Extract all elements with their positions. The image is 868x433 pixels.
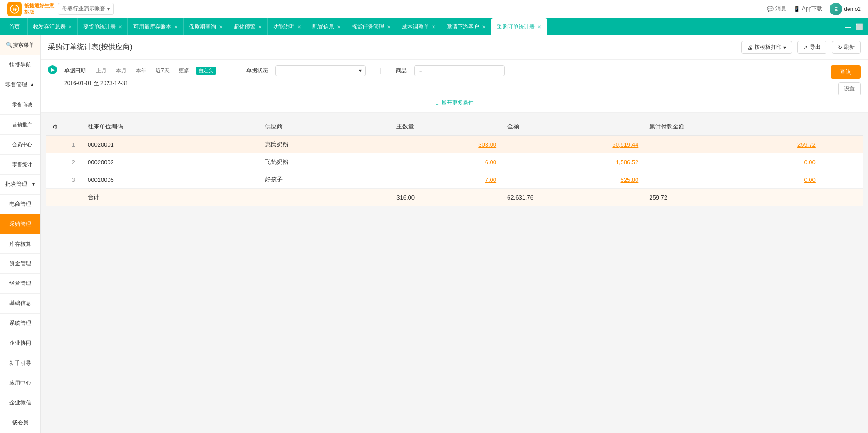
main-content: 采购订单统计表(按供应商) 🖨 按模板打印 ▾ ↗ 导出 ↻ 刷新 bbox=[41, 35, 868, 433]
tab-caigou[interactable]: 采购订单统计表 ✕ bbox=[491, 18, 547, 35]
date-btn-last-month[interactable]: 上月 bbox=[93, 66, 109, 76]
close-tab-chengben[interactable]: ✕ bbox=[432, 24, 435, 29]
close-tab-chaochuyujing[interactable]: ✕ bbox=[258, 24, 262, 29]
tab-gongneng[interactable]: 功能说明 ✕ bbox=[268, 18, 307, 35]
expand-more-button[interactable]: ⌄ 展开更多条件 bbox=[48, 99, 861, 107]
chevron-down-icon: ▾ bbox=[32, 181, 35, 187]
tab-baoquan[interactable]: 保质期查询 ✕ bbox=[184, 18, 228, 35]
sidebar-item-wholesale[interactable]: 批发管理 ▾ bbox=[0, 175, 40, 195]
sidebar-item-vip[interactable]: 畅会员 bbox=[0, 413, 40, 433]
sidebar-item-retailshop[interactable]: 零售商城 bbox=[0, 95, 40, 115]
filter-toggle-button[interactable]: ▶ bbox=[48, 65, 57, 74]
sidebar-enterprise-label: 企业协同 bbox=[9, 339, 31, 347]
row-amount-cell: 525.80 bbox=[502, 171, 644, 189]
tab-tuohuo[interactable]: 拣货任务管理 ✕ bbox=[346, 18, 396, 35]
sidebar-item-finance[interactable]: 资金管理 bbox=[0, 254, 40, 274]
close-tab-shofashou[interactable]: ✕ bbox=[68, 24, 72, 29]
row-extra-cell bbox=[821, 153, 863, 171]
sidebar-item-operation[interactable]: 经营管理 bbox=[0, 274, 40, 294]
row-extra-cell bbox=[821, 171, 863, 189]
date-btn-this-year[interactable]: 本年 bbox=[133, 66, 149, 76]
table-row: 2 00020002 飞鹤奶粉 6.00 1,586.52 0.00 bbox=[46, 153, 863, 171]
sidebar-item-appcenter[interactable]: 应用中心 bbox=[0, 373, 40, 393]
message-action[interactable]: 💬 消息 bbox=[767, 5, 786, 13]
username-label: demo2 bbox=[844, 6, 861, 12]
close-tab-tuohuo[interactable]: ✕ bbox=[387, 24, 391, 29]
app-download-label: App下载 bbox=[802, 5, 822, 13]
th-extra bbox=[821, 118, 863, 136]
footer-paid-cell: 259.72 bbox=[644, 189, 821, 206]
sidebar-item-newguide[interactable]: 新手引导 bbox=[0, 353, 40, 373]
logo-icon: 好 bbox=[7, 2, 22, 16]
sidebar-item-purchase[interactable]: 采购管理 bbox=[0, 214, 40, 234]
search-icon: 🔍 bbox=[6, 42, 13, 48]
footer-qty-cell: 316.00 bbox=[391, 189, 502, 206]
tab-keyongliang[interactable]: 可用量库存账本 ✕ bbox=[128, 18, 184, 35]
sidebar-item-inventory[interactable]: 库存核算 bbox=[0, 234, 40, 254]
date-btn-this-month[interactable]: 本月 bbox=[113, 66, 129, 76]
sidebar-item-member[interactable]: 会员中心 bbox=[0, 135, 40, 155]
tab-shofashou[interactable]: 收发存汇总表 ✕ bbox=[28, 18, 78, 35]
refresh-icon: ↻ bbox=[838, 44, 842, 51]
logo-text: 畅捷通好生意 标版 bbox=[24, 3, 54, 14]
close-tab-gongneng[interactable]: ✕ bbox=[297, 24, 301, 29]
sidebar-item-retailstat[interactable]: 零售统计 bbox=[0, 155, 40, 175]
print-button[interactable]: 🖨 按模板打印 ▾ bbox=[741, 41, 792, 54]
row-num-cell: 3 bbox=[64, 171, 82, 189]
app-download-action[interactable]: 📱 App下载 bbox=[793, 5, 822, 13]
filter-row-1: 单据日期 上月 本月 本年 近7天 更多 自定义 | 单据状态 bbox=[64, 65, 799, 76]
tab-yaoqing[interactable]: 邀请下游客户 ✕ bbox=[441, 18, 491, 35]
export-button[interactable]: ↗ 导出 bbox=[797, 41, 826, 54]
tab-yaohuo[interactable]: 要货单统计表 ✕ bbox=[78, 18, 128, 35]
row-code-cell: 00020002 bbox=[82, 153, 259, 171]
settings-button[interactable]: 设置 bbox=[838, 82, 861, 95]
close-tab-yaohuo[interactable]: ✕ bbox=[118, 24, 122, 29]
date-filter-label: 单据日期 bbox=[64, 67, 86, 75]
tab-home[interactable]: 首页 bbox=[2, 18, 28, 35]
message-icon: 💬 bbox=[767, 6, 774, 12]
th-paid: 累计付款金额 bbox=[644, 118, 821, 136]
sidebar-item-search[interactable]: 🔍 搜索菜单 bbox=[0, 35, 40, 55]
row-num-cell: 2 bbox=[64, 153, 82, 171]
date-custom-tag[interactable]: 自定义 bbox=[196, 67, 216, 75]
row-qty-cell: 303.00 bbox=[391, 136, 502, 153]
goods-input[interactable]: ... bbox=[414, 65, 505, 76]
logo-area: 好 畅捷通好生意 标版 bbox=[7, 2, 54, 16]
close-tab-caigou[interactable]: ✕ bbox=[538, 24, 541, 29]
footer-amount-cell: 62,631.76 bbox=[502, 189, 644, 206]
sidebar-item-ecom[interactable]: 电商管理 bbox=[0, 195, 40, 214]
close-tab-yaoqing[interactable]: ✕ bbox=[482, 24, 486, 29]
status-select[interactable]: ▾ bbox=[275, 65, 366, 76]
tab-peizhi[interactable]: 配置信息 ✕ bbox=[307, 18, 346, 35]
maximize-button[interactable]: ⬜ bbox=[855, 23, 863, 30]
sidebar-item-retail[interactable]: 零售管理 ▲ bbox=[0, 75, 40, 95]
th-supplier: 供应商 bbox=[259, 118, 392, 136]
refresh-button[interactable]: ↻ 刷新 bbox=[832, 41, 861, 54]
close-tab-baoquan[interactable]: ✕ bbox=[219, 24, 222, 29]
sidebar-wholesale-label: 批发管理 bbox=[5, 181, 27, 188]
minimize-button[interactable]: — bbox=[844, 23, 852, 30]
sidebar-item-quicknav[interactable]: 快捷导航 bbox=[0, 55, 40, 75]
sidebar-item-corpwx[interactable]: 企业微信 bbox=[0, 393, 40, 413]
close-tab-keyongliang[interactable]: ✕ bbox=[174, 24, 178, 29]
export-icon: ↗ bbox=[803, 44, 808, 51]
table-row: 1 00020001 惠氏奶粉 303.00 60,519.44 259.72 bbox=[46, 136, 863, 153]
sidebar-item-marketing[interactable]: 营销推广 bbox=[0, 115, 40, 135]
sidebar-item-basic[interactable]: 基础信息 bbox=[0, 294, 40, 314]
row-paid-cell: 259.72 bbox=[644, 136, 821, 153]
date-btn-7days[interactable]: 近7天 bbox=[153, 66, 172, 76]
page-header: 采购订单统计表(按供应商) 🖨 按模板打印 ▾ ↗ 导出 ↻ 刷新 bbox=[41, 35, 868, 60]
workspace-selector[interactable]: 母婴行业演示账套 ▾ bbox=[58, 3, 114, 15]
row-num-cell: 1 bbox=[64, 136, 82, 153]
date-btn-more[interactable]: 更多 bbox=[176, 66, 192, 76]
workspace-label: 母婴行业演示账套 bbox=[62, 5, 105, 13]
sidebar-item-system[interactable]: 系统管理 bbox=[0, 314, 40, 333]
user-area[interactable]: E demo2 bbox=[830, 3, 861, 15]
sidebar-item-enterprise[interactable]: 企业协同 bbox=[0, 333, 40, 353]
row-amount-cell: 1,586.52 bbox=[502, 153, 644, 171]
tab-chengben[interactable]: 成本调整单 ✕ bbox=[396, 18, 441, 35]
close-tab-peizhi[interactable]: ✕ bbox=[337, 24, 340, 29]
row-paid-cell: 0.00 bbox=[644, 153, 821, 171]
query-button[interactable]: 查询 bbox=[831, 65, 861, 79]
tab-chaochuyujing[interactable]: 超储预警 ✕ bbox=[228, 18, 268, 35]
